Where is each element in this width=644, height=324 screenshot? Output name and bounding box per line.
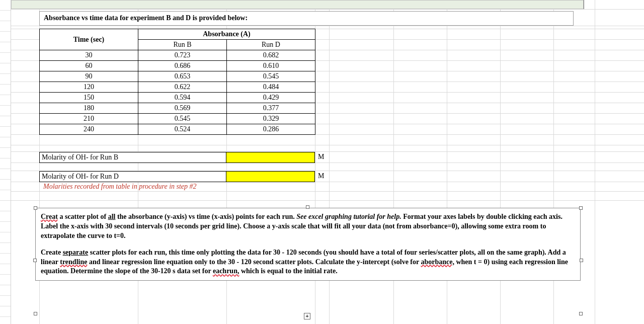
table-row: 600.6860.610 [40, 61, 315, 71]
cell-time[interactable]: 150 [40, 93, 138, 103]
cell-rund[interactable]: 0.682 [227, 50, 315, 61]
table-row: 1500.5940.429 [40, 93, 315, 103]
selection-handle-icon[interactable] [579, 206, 583, 210]
cell-runb[interactable]: 0.594 [138, 93, 227, 103]
cell-runb[interactable]: 0.524 [138, 124, 227, 135]
cell-runb[interactable]: 0.723 [138, 50, 227, 61]
cell-time[interactable]: 120 [40, 82, 138, 93]
selection-handle-icon[interactable] [34, 312, 37, 315]
rund-header[interactable]: Run D [227, 40, 315, 50]
molarity-rund-input[interactable] [226, 171, 315, 182]
cell-rund[interactable]: 0.610 [227, 61, 315, 71]
cell-rund[interactable]: 0.484 [227, 82, 315, 93]
absorbance-header[interactable]: Absorbance (A) [138, 29, 315, 40]
cell-rund[interactable]: 0.286 [227, 124, 315, 135]
molarity-runb-label[interactable]: Molarity of OH- for Run B [39, 152, 226, 163]
table-row: 1800.5690.377 [40, 103, 315, 114]
molarity-rund-unit: M [315, 171, 324, 182]
selection-handle-icon[interactable] [306, 205, 309, 209]
add-icon[interactable]: + [304, 313, 310, 319]
section-title-text: Absorbance vs time data for experiment B… [44, 14, 248, 22]
instructions-paragraph-2: Create separate scatter plots for each r… [41, 248, 575, 277]
cell-rund[interactable]: 0.429 [227, 93, 315, 103]
time-header[interactable]: Time (sec) [40, 29, 138, 50]
molarity-note: Molarities recorded from table in proced… [43, 183, 197, 191]
cell-time[interactable]: 210 [40, 114, 138, 124]
table-row: 2400.5240.286 [40, 124, 315, 135]
section-title[interactable]: Absorbance vs time data for experiment B… [39, 11, 574, 26]
row-header-gutter[interactable] [0, 0, 11, 324]
table-row: 2100.5450.329 [40, 114, 315, 124]
instructions-textbox[interactable]: Creat a scatter plot of all the absorban… [35, 208, 581, 281]
word-eachrun: eachrun, [213, 267, 239, 275]
instructions-paragraph-1: Creat a scatter plot of all the absorban… [41, 212, 575, 241]
cell-rund[interactable]: 0.377 [227, 103, 315, 114]
table-row: 300.7230.682 [40, 50, 315, 61]
cell-time[interactable]: 180 [40, 103, 138, 114]
selection-handle-icon[interactable] [580, 259, 583, 262]
table-row: 1200.6220.484 [40, 82, 315, 93]
merged-header-band[interactable] [11, 0, 584, 9]
absorbance-table[interactable]: Time (sec) Absorbance (A) Run B Run D 30… [39, 29, 315, 135]
cell-runb[interactable]: 0.686 [138, 61, 227, 71]
molarity-rund-row[interactable]: Molarity of OH- for Run DM [39, 171, 324, 182]
molarity-runb-row[interactable]: Molarity of OH- for Run BM [39, 152, 324, 163]
selection-handle-icon[interactable] [579, 312, 583, 315]
cell-time[interactable]: 90 [40, 71, 138, 82]
cell-runb[interactable]: 0.622 [138, 82, 227, 93]
selection-handle-icon[interactable] [34, 206, 37, 210]
table-row: 900.6530.545 [40, 71, 315, 82]
cell-time[interactable]: 240 [40, 124, 138, 135]
header-band-divider [584, 0, 584, 9]
molarity-runb-input[interactable] [226, 152, 315, 163]
word-creat: Creat [41, 213, 58, 220]
selection-handle-icon[interactable] [33, 259, 37, 262]
runb-header[interactable]: Run B [138, 40, 227, 50]
molarity-rund-label[interactable]: Molarity of OH- for Run D [39, 171, 226, 182]
cell-rund[interactable]: 0.329 [227, 114, 315, 124]
cell-time[interactable]: 30 [40, 50, 138, 61]
molarity-runb-unit: M [315, 152, 324, 163]
word-aborbance: aborbance, [421, 258, 454, 266]
cell-runb[interactable]: 0.569 [138, 103, 227, 114]
table-header-row-1: Time (sec) Absorbance (A) [40, 29, 315, 40]
word-trendline: trendline [60, 258, 87, 266]
cell-rund[interactable]: 0.545 [227, 71, 315, 82]
cell-runb[interactable]: 0.653 [138, 71, 227, 82]
cell-time[interactable]: 60 [40, 61, 138, 71]
cell-runb[interactable]: 0.545 [138, 114, 227, 124]
